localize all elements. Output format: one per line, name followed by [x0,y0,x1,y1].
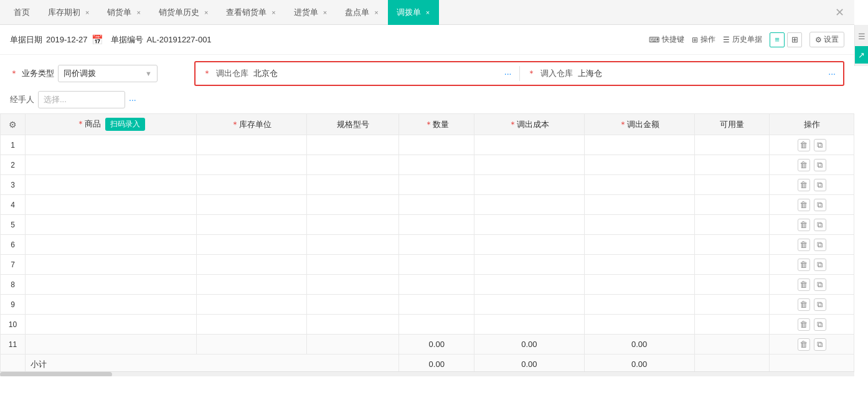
unit-cell[interactable] [197,155,307,175]
qty-cell[interactable] [399,175,474,195]
spec-cell[interactable] [306,295,399,315]
copy-icon[interactable]: ⧉ [814,179,826,191]
horizontal-scrollbar[interactable] [0,371,854,376]
copy-icon[interactable]: ⧉ [814,338,826,351]
qty-cell[interactable] [399,255,474,275]
delete-icon[interactable]: 🗑 [798,179,810,191]
qty-cell[interactable] [399,235,474,255]
person-more-icon[interactable]: ··· [129,95,136,105]
layout-grid-btn[interactable]: ⊞ [787,32,802,47]
person-select[interactable]: 选择... [38,91,125,108]
cost-cell[interactable] [474,195,585,215]
amount-cell[interactable] [584,215,694,235]
amount-cell[interactable] [584,255,694,275]
spec-cell[interactable] [306,255,399,275]
available-cell[interactable] [694,315,770,335]
available-cell[interactable] [694,215,770,235]
delete-icon[interactable]: 🗑 [798,338,810,351]
copy-icon[interactable]: ⧉ [814,318,826,331]
cost-cell[interactable] [474,135,585,155]
scan-button[interactable]: 扫码录入 [105,118,145,131]
amount-cell[interactable] [584,315,694,335]
tab-transfer[interactable]: 调拨单× [388,0,439,25]
delete-icon[interactable]: 🗑 [798,278,810,291]
tab-sales-history[interactable]: 销货单历史× [150,0,217,25]
close-window-icon[interactable]: ✕ [830,6,849,19]
tab-close-purchase[interactable]: × [323,9,327,16]
available-cell[interactable] [694,255,770,275]
copy-icon[interactable]: ⧉ [814,278,826,291]
spec-cell[interactable] [306,315,399,335]
available-cell[interactable] [694,135,770,155]
available-cell[interactable] [694,235,770,255]
qty-cell[interactable] [399,155,474,175]
cost-cell[interactable] [474,235,585,255]
delete-icon[interactable]: 🗑 [798,159,810,171]
product-cell[interactable] [26,315,197,335]
tab-close-view-sales[interactable]: × [271,9,275,16]
tab-inventory-init[interactable]: 库存期初× [39,0,98,25]
unit-cell[interactable] [197,275,307,295]
spec-cell[interactable] [306,175,399,195]
spec-cell[interactable] [306,155,399,175]
tab-sales-order[interactable]: 销货单× [98,0,149,25]
in-warehouse-more-icon[interactable]: ··· [828,69,836,79]
product-cell[interactable] [26,275,197,295]
amount-cell[interactable] [584,235,694,255]
delete-icon[interactable]: 🗑 [798,239,810,251]
unit-cell[interactable] [197,135,307,155]
delete-icon[interactable]: 🗑 [798,318,810,331]
available-cell[interactable] [694,295,770,315]
tab-close-sales-history[interactable]: × [204,9,208,16]
sidebar-external-icon[interactable]: ↗ [855,46,869,64]
qty-cell[interactable] [399,215,474,235]
settings-button[interactable]: ⚙ 设置 [809,32,844,47]
available-cell[interactable] [694,195,770,215]
copy-icon[interactable]: ⧉ [814,239,826,251]
out-warehouse-more-icon[interactable]: ··· [504,69,512,79]
quick-key-btn[interactable]: ⌨ 快捷键 [649,34,684,45]
product-cell[interactable] [26,215,197,235]
product-cell[interactable] [26,235,197,255]
tab-inventory-count[interactable]: 盘点单× [336,0,387,25]
tab-close-transfer[interactable]: × [426,9,430,16]
delete-icon[interactable]: 🗑 [798,139,810,151]
cost-cell[interactable] [474,275,585,295]
unit-cell[interactable] [197,175,307,195]
amount-cell[interactable] [584,275,694,295]
qty-cell[interactable] [399,315,474,335]
amount-cell[interactable] [584,195,694,215]
unit-cell[interactable] [197,235,307,255]
tab-close-sales-order[interactable]: × [136,9,140,16]
calendar-icon[interactable]: 📅 [92,34,103,45]
delete-icon[interactable]: 🗑 [798,259,810,271]
spec-cell[interactable] [306,235,399,255]
qty-cell[interactable] [399,195,474,215]
cost-cell[interactable] [474,315,585,335]
unit-cell[interactable] [197,295,307,315]
tab-view-sales[interactable]: 查看销货单× [217,0,285,25]
history-doc-btn[interactable]: ☰ 历史单据 [723,34,762,45]
gear-icon[interactable]: ⚙ [9,120,17,130]
tab-home[interactable]: 首页 [5,0,39,25]
tab-purchase[interactable]: 进货单× [285,0,336,25]
copy-icon[interactable]: ⧉ [814,139,826,151]
cost-cell[interactable] [474,175,585,195]
unit-cell[interactable] [197,315,307,335]
th-gear[interactable]: ⚙ [1,114,26,135]
product-cell[interactable] [26,195,197,215]
spec-cell[interactable] [306,195,399,215]
tab-close-inventory-count[interactable]: × [374,9,378,16]
delete-icon[interactable]: 🗑 [798,199,810,211]
spec-cell[interactable] [306,275,399,295]
unit-cell[interactable] [197,255,307,275]
available-cell[interactable] [694,155,770,175]
copy-icon[interactable]: ⧉ [814,298,826,311]
delete-icon[interactable]: 🗑 [798,219,810,231]
product-cell[interactable] [26,155,197,175]
copy-icon[interactable]: ⧉ [814,159,826,171]
amount-cell[interactable] [584,175,694,195]
tab-close-inventory-init[interactable]: × [85,9,89,16]
copy-icon[interactable]: ⧉ [814,219,826,231]
spec-cell[interactable] [306,215,399,235]
